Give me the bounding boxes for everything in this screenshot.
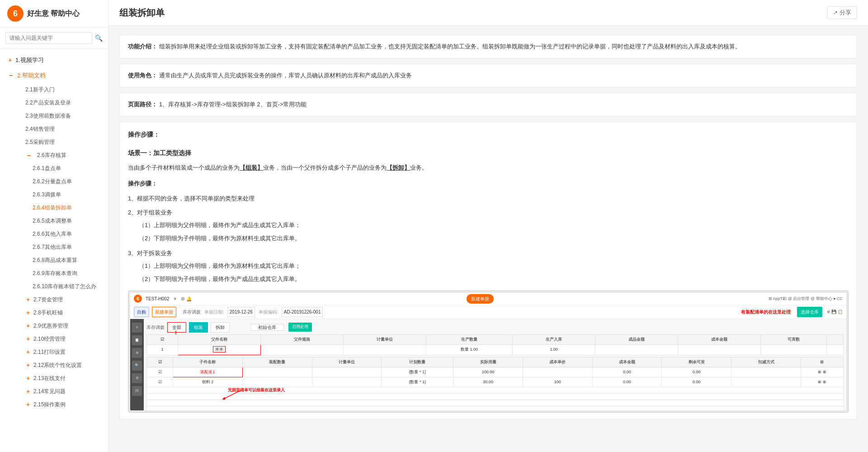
sidebar-nav: ＋ 1.视频学习 － 2.帮助文档 2.1新手入门 2.2产品安装及登录 2.3… [0,49,108,452]
sidebar-item-label: 2.13在线支付 [33,375,66,382]
sidebar-item-new[interactable]: 2.1新手入门 [13,83,108,96]
sidebar-item-pay-online[interactable]: ＋ 2.13在线支付 [13,372,108,385]
share-button[interactable]: ↗ 分享 [827,6,857,19]
sidebar-item-label: 2.6.9库存账本查询 [33,270,77,277]
sidebar-item-install[interactable]: 2.2产品安装及登录 [13,96,108,109]
sidebar-item-sales[interactable]: 2.4销售管理 [13,123,108,136]
sidebar-item-label: 2.14常见问题 [33,388,66,395]
sidebar-item-personalize[interactable]: ＋ 2.12系统个性化设置 [13,359,108,372]
step-2: 2、对于组装业务 [128,207,849,219]
step-2-2: （2）下部明细为子件明细，最终作为原材料生成其它出库单。 [139,233,849,244]
ss-confirm-btn[interactable]: 选择仓库 [797,307,822,317]
sidebar-item-ledger-query[interactable]: 2.6.9库存账本查询 [20,267,108,280]
ss-type-assembly-btn[interactable]: 组装 [189,322,208,333]
ss-form-code: AD-20191226-001 [282,307,323,317]
ss-apply-btn[interactable]: 启用处理 [288,323,312,331]
ss-td2-remain: 0.00 [662,367,731,377]
sidebar-item-split-stocktake[interactable]: 2.6.2分量盘点单 [20,175,108,188]
ss-td2-name2: 朝料 2 [173,377,243,387]
ss-th-check: ☑ [147,335,178,345]
sidebar-item-storage[interactable]: － 2.6库存核算 [13,149,108,162]
sidebar-item-label: 2.7资金管理 [33,296,63,304]
ss-th-produce-qty: 生产数量 [426,335,512,345]
ss-type-disassemble-btn[interactable]: 拆卸 [211,322,230,333]
ss-td-name-inner: 米米 [213,346,226,352]
ss-th2-deduct: 扣减方式 [731,357,801,367]
ss-new-doc-btn: 新建单据 [467,294,494,304]
ss-content: ≡ 📋 ⊕ 🔍 ⚙ 间 库存调拨 全部 [130,319,846,410]
ss-form-doc-type-label: 库存调拨 [183,308,201,316]
feature-intro-block: 功能介绍： 组装拆卸单用来处理企业组装或拆卸等加工业务，支持有固定装配清单的产品… [119,35,857,58]
sidebar-item-label: 2.5采购管理 [25,138,55,146]
ss-td2-cost-amt2: 0.00 [592,377,662,387]
sidebar-item-label: 2.11打印设置 [33,348,66,356]
ss-td-empty-6 [147,406,844,410]
ss-th2-check: ☑ [147,357,173,367]
ss-table-parent: ☑ 父件名称 父件规格 计量单位 生产数量 生产入库 成品金额 成本金额 [146,334,844,355]
ss-th2-cost-amount: 成本金额 [592,357,662,367]
ss-td-prod-qty: 数量 1.00 [426,345,512,355]
ss-toolbar-icons: ⊕ 💾 📋 [827,308,843,316]
table-row: ☑ 朝料 2 (数量 * 1) 30.00 100 0.00 [147,377,844,387]
search-icon[interactable]: 🔍 [95,34,103,42]
role-text: 通常由生产人员或库管人员完成拆装业务的操作，库管人员确认原材料的出库和产成品的入… [159,72,412,79]
sidebar-item-prepare[interactable]: 2.3使用前数据准备 [13,109,108,123]
sidebar-item-out-other[interactable]: 2.6.7其他出库单 [20,241,108,254]
ss-toolbar-tab-new: 新建单据 [152,307,176,317]
sidebar-item-assembly[interactable]: 2.6.4组装拆卸单 [20,201,108,214]
sidebar-item-adjust[interactable]: 2.6.3调拨单 [20,188,108,201]
sidebar-item-label: 2.6.8商品成本重算 [33,257,77,264]
content-area: 功能介绍： 组装拆卸单用来处理企业组装或拆卸等加工业务，支持有固定装配清单的产品… [108,26,868,452]
plus-icon: ＋ [25,388,31,395]
sidebar: 6 好生意 帮助中心 🔍 ＋ 1.视频学习 － 2.帮助文档 2.1新手入门 2… [0,0,108,452]
sidebar-item-docs[interactable]: － 2.帮助文档 [0,68,108,83]
ss-td2-unit [312,367,382,377]
sidebar-item-print[interactable]: ＋ 2.11打印设置 [13,346,108,359]
ss-td2-deduct2 [731,377,801,387]
ss-td-cost-amt [678,345,761,355]
ss-topbar-icons: ⚙ 🔔 [181,295,192,303]
ss-logo: 6 [134,295,142,303]
minus-icon-storage: － [25,152,33,159]
plus-icon: ＋ [25,401,31,409]
ss-nav-icon-5: ⚙ [132,373,142,383]
ss-type-selector: 库存调拨 全部 组装 拆卸 组装业务、拆卸业务在这里切换 初 [146,322,844,333]
ss-annotation-4-text: 无固定清单可以组装在这里录入 [228,386,285,394]
step-2-1: （1）上部明细为父件明细，最终作为产成品生成其它入库单； [139,220,849,231]
step-3-2: （2）下部明细为子件明细，最终作为产成品生成其它入库单。 [139,274,849,285]
ss-nav-icon-6: 间 [132,386,142,396]
search-input[interactable] [5,32,92,44]
sidebar-item-ops[interactable]: ＋ 2.10经营管理 [13,333,108,346]
ss-th-unit: 计量单位 [344,335,426,345]
sidebar-item-cost-adjust[interactable]: 2.6.5成本调整单 [20,214,108,228]
sidebar-item-cost-calc[interactable]: 2.6.8商品成本重算 [20,254,108,267]
plus-icon: ＋ [25,375,31,382]
sidebar-item-finance[interactable]: ＋ 2.7资金管理 [13,293,108,306]
ss-main-body: 库存调拨 全部 组装 拆卸 组装业务、拆卸业务在这里切换 初 [144,319,846,410]
ss-toolbar: 自购 新建单据 库存调拨 单据日期: 2019-12-26 单据编码: AD-2… [130,305,846,319]
ss-td2-actual2: 30.00 [453,377,523,387]
ss-th-available: 可库数 [761,335,827,345]
sidebar-item-video[interactable]: ＋ 1.视频学习 [0,52,108,68]
sidebar-item-ledger-error[interactable]: 2.6.10库存账本错了怎么办 [20,280,108,293]
sidebar-item-in-other[interactable]: 2.6.6其他入库单 [20,228,108,241]
ss-warehouse-input[interactable]: 初始仓库 [250,324,284,331]
sidebar-item-label: 2.帮助文档 [17,71,46,80]
ss-topbar: 6 TEST-H002 ▼ ⚙ 🔔 新建单据 ⊞ AppT刷 @ 后台管理 @ … [130,293,846,305]
ss-nav-icon-2: 📋 [132,335,142,345]
sidebar-item-coupon[interactable]: ＋ 2.9优惠券管理 [13,319,108,333]
ss-th-ops [827,335,844,345]
ss-th2-cost-price: 成本单价 [523,357,592,367]
plus-icon: ＋ [25,335,31,343]
feature-text: 组装拆卸单用来处理企业组装或拆卸等加工业务，支持有固定装配清单的产品加工业务，也… [159,43,741,50]
ss-td-num: 1 [147,345,178,355]
sidebar-item-cases[interactable]: ＋ 2.15操作案例 [13,398,108,411]
sidebar-item-mobile[interactable]: ＋ 2.8手机旺铺 [13,306,108,319]
ss-toolbar-tab-home: 自购 [134,307,149,317]
screenshot-inner: 6 TEST-H002 ▼ ⚙ 🔔 新建单据 ⊞ AppT刷 @ 后台管理 @ … [130,293,846,410]
sidebar-item-purchase[interactable]: 2.5采购管理 [13,136,108,149]
step-3-1: （1）上部明细为父件明细，最终作为原材料生成其它出库单； [139,261,849,272]
sidebar-item-stocktake[interactable]: 2.6.1盘点单 [20,162,108,175]
table-row [147,393,844,400]
sidebar-item-faq[interactable]: ＋ 2.14常见问题 [13,385,108,398]
